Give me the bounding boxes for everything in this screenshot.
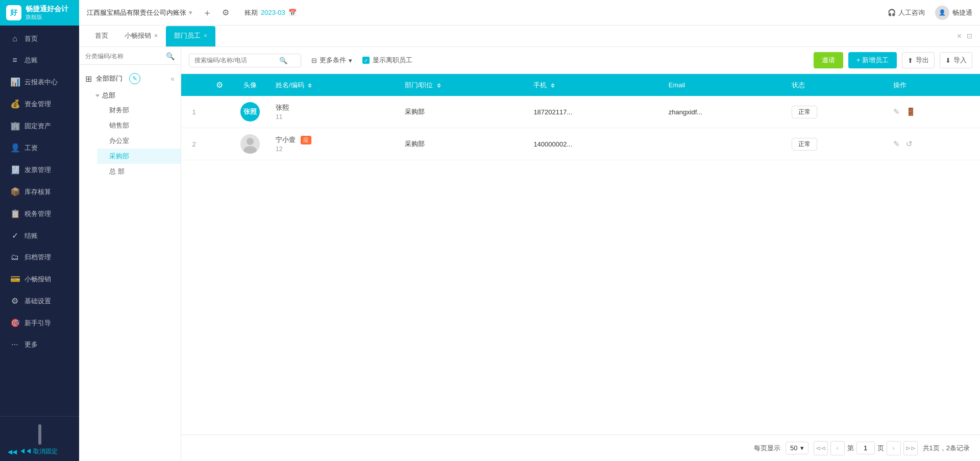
col-status: 状态: [784, 74, 886, 96]
table-row: 1 张照 张熙 11 采购部: [181, 96, 980, 128]
sidebar-item-guide[interactable]: 🎯 新手引导: [0, 312, 79, 334]
sidebar-item-invoice[interactable]: 🧾 发票管理: [0, 159, 79, 181]
row-email-cell: zhangxidf...: [661, 96, 784, 128]
dept-sort-icon: [437, 83, 441, 88]
row-status-cell: 正常: [784, 96, 886, 128]
dept-item-office[interactable]: 办公室: [97, 133, 181, 149]
col-name-code[interactable]: 姓名/编码: [268, 74, 397, 96]
tab-expense-close[interactable]: ×: [154, 32, 158, 39]
employee-code: 12: [276, 145, 311, 153]
invite-button[interactable]: 邀请: [814, 52, 843, 68]
more-filters-button[interactable]: ⊟ 更多条件 ▾: [307, 53, 356, 67]
sidebar-item-label: 总账: [24, 56, 38, 65]
employee-name: 张熙: [276, 103, 389, 112]
show-resigned-checkbox[interactable]: ✓ 显示离职员工: [362, 56, 412, 65]
tab-expense-label: 小畅报销: [125, 31, 151, 40]
expand-icon[interactable]: ⊡: [967, 32, 972, 40]
prev-page-button[interactable]: ‹: [830, 441, 845, 455]
sidebar-item-ledger[interactable]: ≡ 总账: [0, 50, 79, 71]
company-selector[interactable]: 江西服宝精品有限责任公司内账张 ▾: [87, 8, 192, 17]
delete-employee-button[interactable]: ↺: [906, 139, 913, 149]
cancel-fixed-button[interactable]: ◀◀ ◀◀ 取消固定: [8, 447, 71, 456]
sidebar-item-funds[interactable]: 💰 资金管理: [0, 93, 79, 115]
sidebar-item-archive[interactable]: 🗂 归档管理: [0, 247, 79, 268]
add-tab-button[interactable]: ＋: [200, 7, 214, 19]
svg-point-1: [247, 138, 254, 145]
page-input[interactable]: [856, 442, 875, 454]
col-dept-position[interactable]: 部门/职位: [397, 74, 526, 96]
calendar-icon[interactable]: 📅: [288, 9, 297, 16]
user-menu[interactable]: 👤 畅捷通: [935, 6, 972, 20]
settings-icon: ⚙: [10, 296, 19, 306]
col-avatar: 头像: [232, 74, 268, 96]
edit-employee-button[interactable]: ✎: [893, 139, 900, 149]
sidebar-item-label: 首页: [24, 34, 38, 43]
sidebar-item-salary[interactable]: 👤 工资: [0, 137, 79, 159]
pending-tag: 应: [301, 136, 311, 144]
row-name-code-cell: 宁小壹 应 12: [268, 128, 397, 160]
table-row: 2: [181, 128, 980, 160]
funds-icon: 💰: [10, 99, 19, 109]
sidebar-item-label: 新手引导: [24, 319, 51, 328]
close-tab-icon[interactable]: ×: [957, 32, 962, 41]
tab-home[interactable]: 首页: [87, 26, 116, 46]
tab-expense[interactable]: 小畅报销 ×: [116, 26, 166, 46]
sidebar-item-inventory[interactable]: 📦 库存核算: [0, 181, 79, 203]
dept-search-input[interactable]: [85, 53, 166, 60]
sidebar-item-tax[interactable]: 📋 税务管理: [0, 203, 79, 225]
per-page-select[interactable]: 50 ▾: [786, 442, 808, 454]
employee-search-input[interactable]: [194, 57, 276, 64]
collapse-panel-button[interactable]: «: [170, 75, 175, 83]
dept-item-headquarters[interactable]: 总 部: [97, 164, 181, 179]
import-icon: ⬇: [945, 57, 951, 64]
tab-employees[interactable]: 部门员工 ×: [166, 26, 215, 46]
leave-employee-button[interactable]: 🚪: [906, 107, 916, 116]
first-page-button[interactable]: ⊲⊲: [814, 441, 828, 455]
page-navigation: ⊲⊲ ‹ 第 页 › ⊳⊳: [814, 441, 918, 455]
last-page-button[interactable]: ⊳⊳: [903, 441, 918, 455]
sidebar-item-assets[interactable]: 🏢 固定资产: [0, 115, 79, 137]
status-badge: 正常: [792, 138, 817, 151]
edit-employee-button[interactable]: ✎: [893, 107, 900, 116]
add-employee-button[interactable]: + 新增员工: [848, 52, 897, 68]
col-phone[interactable]: 手机: [526, 74, 660, 96]
employee-code: 11: [276, 113, 389, 120]
dept-item-purchasing[interactable]: 采购部: [97, 149, 181, 164]
tab-employees-close[interactable]: ×: [204, 32, 207, 39]
sidebar-item-expense[interactable]: 💳 小畅报销: [0, 268, 79, 290]
avatar-icon: 👤: [939, 9, 946, 16]
employee-search-icon[interactable]: 🔍: [279, 57, 287, 64]
employee-table: ⚙ 头像 姓名/编码 部门/职位: [181, 74, 980, 160]
dept-search-icon[interactable]: 🔍: [166, 52, 175, 60]
inventory-icon: 📦: [10, 187, 19, 197]
next-page-button[interactable]: ›: [887, 441, 901, 455]
export-button[interactable]: ⬆ 导出: [902, 52, 935, 68]
more-filters-label: 更多条件: [320, 56, 346, 65]
dept-item-finance[interactable]: 财务部: [97, 103, 181, 118]
home-icon: ⌂: [10, 34, 19, 43]
total-records-label: 共1页，2条记录: [923, 444, 970, 453]
sidebar-item-more[interactable]: ··· 更多: [0, 334, 79, 355]
row-actions-cell: ✎ 🚪: [886, 96, 980, 128]
import-label: 导入: [953, 56, 967, 65]
col-settings[interactable]: ⚙: [207, 74, 232, 96]
per-page-dropdown-icon: ▾: [800, 444, 804, 452]
employee-name: 宁小壹: [276, 135, 296, 144]
salary-icon: 👤: [10, 143, 19, 153]
row-settings-cell: [207, 128, 232, 160]
avatar: 👤: [935, 6, 949, 20]
all-departments-item[interactable]: ⊞ 全部部门 ✎ «: [79, 69, 181, 88]
dept-item-sales[interactable]: 销售部: [97, 118, 181, 133]
sidebar-item-checkout[interactable]: ✓ 结账: [0, 225, 79, 247]
sidebar-item-settings[interactable]: ⚙ 基础设置: [0, 290, 79, 312]
import-button[interactable]: ⬇ 导入: [940, 52, 972, 68]
edit-department-button[interactable]: ✎: [129, 73, 140, 84]
sidebar-item-home[interactable]: ⌂ 首页: [0, 28, 79, 50]
topbar-settings-icon[interactable]: ⚙: [222, 8, 229, 17]
customer-service-button[interactable]: 🎧 人工咨询: [888, 8, 925, 17]
row-avatar-cell: [232, 128, 268, 160]
tabs-actions: × ⊡: [957, 32, 972, 41]
sidebar-item-label: 资金管理: [24, 100, 51, 109]
dept-search-box: 🔍: [79, 52, 181, 65]
sidebar-item-reports[interactable]: 📊 云报表中心: [0, 71, 79, 93]
